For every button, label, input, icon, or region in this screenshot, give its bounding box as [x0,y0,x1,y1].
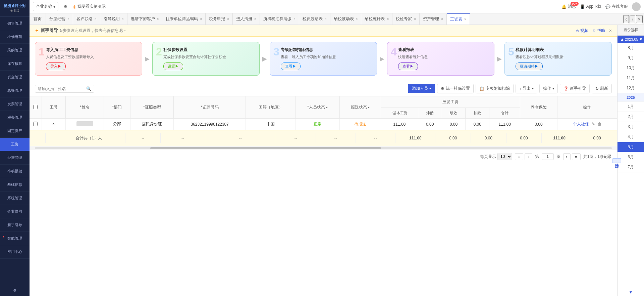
sidebar-item-management[interactable]: 经营管理 [0,151,30,165]
month-item-1[interactable]: 1月 [618,102,644,112]
action-button[interactable]: 操作 ▾ [539,84,558,93]
tab-product-code[interactable]: 往来单位商品编码 × [162,13,206,25]
tab-feneng[interactable]: 分层经营 × [46,13,73,25]
first-page-btn[interactable]: « [515,153,523,160]
tab-tax-fluctuation[interactable]: 税负波动表 × [299,13,330,25]
online-service-btn[interactable]: 💬 在线客服 [605,4,628,9]
tab-tax-report[interactable]: 税务申报 × [206,13,233,25]
sidebar-item-ai[interactable]: 智能管理 [0,232,30,245]
step-btn-4[interactable]: 查看▶ [398,62,418,70]
tab-close-icon[interactable]: × [200,17,202,21]
month-item-6[interactable]: 6月 [618,152,644,162]
step-btn-1[interactable]: 导入▶ [46,62,66,70]
tabs-scroll-left[interactable]: ‹ [623,15,629,23]
month-next-btn[interactable]: ▼ [638,37,644,42]
sidebar-item-guide[interactable]: 新手引导 [0,218,30,232]
tab-close-icon[interactable]: × [157,17,159,21]
select-all-checkbox[interactable] [33,105,38,109]
tab-guide[interactable]: 引导说明 × [100,13,127,25]
search-icon[interactable]: 🔍 [86,86,91,91]
user-selector[interactable]: 企业名称 ▾ [33,2,58,11]
notice-btn[interactable]: 🔔 消息 99+ [561,4,576,9]
scrollbar-thumb[interactable] [150,147,381,149]
deduction-button[interactable]: 📋 专项附加扣除 [476,84,514,93]
edit-icon[interactable]: ✎ [592,122,595,126]
sidebar-item-collab[interactable]: 企业协同 [0,205,30,218]
social-security-setting-button[interactable]: ⚙ 统一社保设置 [437,84,474,93]
month-item-8[interactable]: 8月 [618,43,644,53]
tab-home[interactable]: 首页 [30,13,46,25]
personal-social-insurance-link[interactable]: 个人社保 [573,122,589,126]
sidebar-item-basic[interactable]: 基础信息 [0,178,30,192]
last-page-btn[interactable]: » [572,153,580,160]
tab-wage[interactable]: 工资表 × [447,13,470,25]
guide-close-icon[interactable]: × [609,28,612,33]
sidebar-item-finance[interactable]: 资金管理 [0,71,30,84]
sidebar-item-wage[interactable]: 工资 [0,138,30,151]
step-btn-2[interactable]: 设置▶ [163,62,183,70]
tab-close-icon[interactable]: × [325,17,327,21]
tab-close-icon[interactable]: × [414,17,416,21]
tab-close-icon[interactable]: × [122,17,124,21]
sidebar-item-purchase[interactable]: 采购管理 [0,44,30,57]
tab-invite[interactable]: 邀请下游客户 × [127,13,163,25]
tab-close-icon[interactable]: × [227,17,229,21]
month-item-3[interactable]: 3月 [618,122,644,132]
page-size-select[interactable]: 10 20 50 [497,153,512,160]
next-page-btn[interactable]: › [563,153,571,160]
sidebar-item-ledger[interactable]: 总账管理 [0,84,30,97]
sidebar-settings[interactable]: ⚙ [0,285,30,296]
filter-icon[interactable]: ▾ [326,105,328,109]
user-avatar[interactable] [632,2,641,11]
page-number-input[interactable] [542,153,554,160]
prev-page-btn[interactable]: ‹ [525,153,532,160]
step-btn-5[interactable]: 敬请期待▶ [516,62,543,70]
newbie-guide-button[interactable]: ❓ 新手引导 [560,84,590,93]
sidebar-item-system[interactable]: 系统管理 [0,192,30,205]
month-item-10[interactable]: 10月 [618,63,644,73]
month-prev-btn[interactable]: ▲ [620,37,625,42]
sidebar-item-app[interactable]: 应用中心 [0,245,30,259]
settings-icon[interactable]: ⚙ [61,3,70,10]
tab-income-tax[interactable]: 所得税汇算清缴 × [260,13,299,25]
month-item-9[interactable]: 9月 [618,53,644,63]
sidebar-item-expense[interactable]: 小畅报销 [0,165,30,178]
sidebar-item-invoice[interactable]: 发票管理 [0,97,30,111]
guide-help-link[interactable]: ⊙ 帮助 [592,28,605,34]
sidebar-item-ecommerce[interactable]: 小畅电商 [0,30,30,44]
tab-close-icon[interactable]: × [95,17,97,21]
guide-video-link[interactable]: ⊙ 视频 [576,28,588,34]
refresh-button[interactable]: ↻ 刷新 [592,84,612,93]
tab-tax-wave[interactable]: 纳税波动表 × [330,13,362,25]
tab-customer[interactable]: 客户联络 × [73,13,100,25]
tabs-close-all[interactable]: × [636,15,643,23]
tab-tax-expert[interactable]: 税检专家 × [392,13,420,25]
tab-close-icon[interactable]: × [67,17,69,21]
sidebar-item-inventory[interactable]: 库存核算 [0,57,30,71]
month-item-11[interactable]: 11月 [618,73,644,83]
tab-close-icon[interactable]: × [356,17,358,21]
tab-close-icon[interactable]: × [464,17,466,21]
tab-tax-stats[interactable]: 纳税统计表 × [361,13,392,25]
tab-clearance[interactable]: 进入清册 × [233,13,260,25]
month-item-4[interactable]: 4月 [618,132,644,142]
row-checkbox[interactable] [33,122,38,126]
demo-link[interactable]: ◎ 我要看实例演示 [73,4,106,9]
sidebar-item-assets[interactable]: 固定资产 [0,124,30,138]
step-btn-3[interactable]: 查看▶ [281,62,301,70]
tab-assets[interactable]: 资产管理 × [420,13,447,25]
month-panel-scroll-down[interactable]: ▼ [618,289,644,296]
sidebar-item-sales[interactable]: 销售管理 [0,17,30,30]
filter-icon2[interactable]: ▾ [368,105,370,109]
tab-close-icon[interactable]: × [254,17,256,21]
tab-close-icon[interactable]: × [293,17,296,21]
month-item-5-active[interactable]: 5月 [618,142,644,152]
tabs-scroll-right[interactable]: › [630,15,635,23]
add-person-button[interactable]: 添加人员 ▾ [408,84,435,93]
app-download-btn[interactable]: 📱 App下载 [580,4,601,9]
export-button[interactable]: ↑ 导出 ▾ [516,84,537,93]
tab-close-icon[interactable]: × [441,17,443,21]
tab-close-icon[interactable]: × [387,17,389,21]
month-item-7[interactable]: 7月 [618,162,644,172]
month-item-2[interactable]: 2月 [618,112,644,122]
